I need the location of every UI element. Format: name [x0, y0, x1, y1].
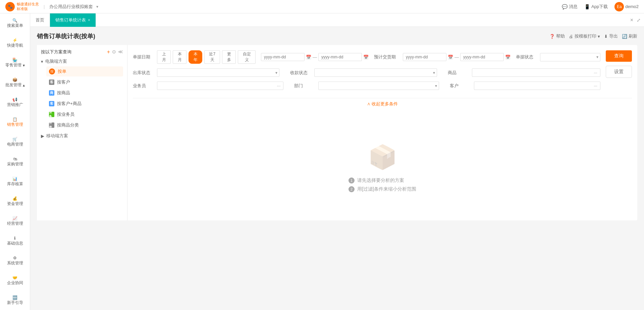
sidebar-item-operation[interactable]: 📈 经营管理: [0, 211, 30, 231]
sidebar-item-ecommerce[interactable]: 🛒 电商管理: [0, 132, 30, 152]
refresh-btn[interactable]: 🔄 刷新: [622, 33, 637, 39]
collapse-btn[interactable]: ∧ 收起更多条件: [367, 101, 398, 106]
goods-scheme-icon: 商: [49, 90, 54, 96]
sidebar-item-system[interactable]: ⚙ 系统管理: [0, 251, 30, 271]
left-panel-header: 按以下方案查询 + ⊙ ≪: [41, 49, 123, 55]
print-arrow-icon: ▾: [598, 34, 600, 39]
pay-status-select-wrapper: [314, 68, 437, 77]
date-end-input[interactable]: [318, 53, 362, 61]
phone-icon: 📱: [584, 4, 590, 9]
customer-scheme-icon: 客: [49, 80, 54, 85]
date-btn-this-year[interactable]: 本年: [189, 50, 202, 64]
left-panel: 按以下方案查询 + ⊙ ≪ ▾ 电脑端方案: [37, 45, 127, 220]
expected-calendar-start-icon[interactable]: 📅: [448, 55, 453, 60]
tab-home[interactable]: 首页: [30, 13, 50, 27]
calendar-start-icon[interactable]: 📅: [306, 55, 311, 60]
expected-date-sep: —: [454, 55, 459, 60]
customer-input-wrapper: ···: [474, 82, 600, 90]
scheme-item-by-salesperson[interactable]: 业务 按业务员: [46, 109, 123, 119]
date-btn-more[interactable]: 更多: [222, 50, 236, 64]
sidebar-item-wholesale[interactable]: 📦 批发管理 ▴: [0, 73, 30, 93]
date-btn-custom[interactable]: 自定义: [238, 50, 256, 64]
expected-date-start-input[interactable]: [403, 53, 446, 61]
tab-close-icon[interactable]: ×: [88, 18, 90, 22]
page-header: 销售订单统计表(按单) ❓ 帮助 🖨 按模板打印 ▾ ⬇ 导出: [37, 32, 637, 40]
doc-status-select[interactable]: [540, 53, 600, 61]
expected-date-end-input[interactable]: [460, 53, 504, 61]
collapse-section: ∧ 收起更多条件: [133, 98, 632, 110]
date-start-input[interactable]: [261, 53, 305, 61]
export-btn[interactable]: ⬇ 导出: [604, 33, 618, 39]
sidebar-item-quick-nav[interactable]: ⚡ 快捷导航: [0, 33, 30, 53]
scheme-category-mobile[interactable]: ▶ 移动端方案: [41, 133, 123, 139]
active-dot-icon: 按: [49, 68, 55, 74]
category-scheme-icon: 分类: [49, 122, 54, 128]
scheme-item-by-goods[interactable]: 商 按商品: [46, 88, 123, 98]
empty-state-icon: 📦: [368, 143, 397, 171]
sidebar-item-basic-info[interactable]: ℹ 基础信息: [0, 231, 30, 251]
help-btn[interactable]: ❓ 帮助: [549, 33, 565, 39]
window-maximize-btn[interactable]: ⤢: [637, 17, 641, 23]
top-bar: 🐾 畅捷通好生意 标准版 | 办公用品行业模拟账套 ▾ 💬 消息 📱 App下载…: [0, 0, 644, 13]
out-status-select-wrapper: [157, 68, 279, 77]
sidebar-item-inventory[interactable]: 📊 库存核算: [0, 172, 30, 192]
sidebar-item-sales[interactable]: 📋 销售管理: [0, 112, 30, 132]
setting-button[interactable]: 设置: [606, 66, 632, 78]
sidebar-item-guide[interactable]: 🆕 新手引导: [0, 291, 30, 310]
scheme-item-by-category[interactable]: 分类 按商品分类: [46, 120, 123, 130]
sidebar-item-purchase[interactable]: 🛍 采购管理: [0, 152, 30, 172]
sidebar-item-marketing[interactable]: 📢 营销推广: [0, 93, 30, 112]
sidebar-item-enterprise[interactable]: 🤝 企业协同: [0, 271, 30, 291]
date-btn-this-month[interactable]: 本月: [173, 50, 186, 64]
calendar-end-icon[interactable]: 📅: [363, 55, 369, 60]
edit-scheme-icon[interactable]: ⊙: [112, 49, 116, 55]
dept-select[interactable]: [318, 82, 439, 90]
expected-calendar-end-icon[interactable]: 📅: [505, 55, 511, 60]
scheme-category-pc[interactable]: ▾ 电脑端方案: [41, 58, 123, 64]
filter-row-1: 单据日期 上月 本月 本年 近7天 更多 自定义: [133, 50, 600, 64]
expected-date-input-group: 📅 — 📅: [403, 53, 511, 61]
category-pc-label: 电脑端方案: [45, 58, 67, 64]
help-icon: ❓: [549, 34, 555, 39]
page-actions: ❓ 帮助 🖨 按模板打印 ▾ ⬇ 导出 🔄 刷新: [549, 33, 637, 39]
goods-more-icon[interactable]: ···: [594, 70, 597, 75]
add-scheme-icon[interactable]: +: [107, 49, 110, 55]
logo-text: 畅捷通好生意 标准版: [17, 2, 39, 11]
doc-status-select-wrapper: [540, 53, 600, 61]
category-mobile-label: 移动端方案: [46, 133, 68, 139]
scheme-item-by-order[interactable]: 按 按单: [46, 66, 123, 76]
hint-num-1: 1: [348, 177, 355, 184]
message-btn[interactable]: 💬 消息: [562, 4, 578, 10]
top-bar-right: 💬 消息 📱 App下载 Ea demo2: [562, 2, 639, 11]
tab-current[interactable]: 销售订单统计表 ×: [50, 13, 96, 27]
refresh-icon: 🔄: [622, 34, 627, 39]
scheme-item-by-customer-goods[interactable]: 客 按客户+商品: [46, 99, 123, 109]
hint-num-2: 2: [348, 186, 355, 192]
sidebar-item-search[interactable]: 🔍 搜索菜单: [0, 13, 30, 33]
date-input-group: 📅 — 📅: [261, 53, 369, 61]
sidebar-item-retail[interactable]: 🏪 零售管理 ▾: [0, 53, 30, 73]
customer-goods-scheme-icon: 客: [49, 101, 54, 106]
app-download-btn[interactable]: 📱 App下载: [584, 4, 608, 10]
goods-input[interactable]: [475, 70, 594, 75]
date-btn-last-month[interactable]: 上月: [157, 50, 171, 64]
right-panel: 单据日期 上月 本月 本年 近7天 更多 自定义: [127, 45, 637, 220]
sidebar-item-finance[interactable]: 💰 资金管理: [0, 192, 30, 211]
pay-status-label: 收款状态: [290, 70, 309, 76]
collapse-scheme-icon[interactable]: ≪: [118, 49, 123, 55]
user-area[interactable]: Ea demo2: [614, 2, 639, 11]
top-title-arrow[interactable]: ▾: [96, 4, 98, 9]
customer-more-icon[interactable]: ···: [594, 83, 597, 88]
salesperson-more-icon[interactable]: ···: [277, 83, 280, 88]
window-close-btn[interactable]: ×: [630, 17, 633, 23]
scheme-item-by-customer[interactable]: 客 按客户: [46, 77, 123, 87]
date-btn-7days[interactable]: 近7天: [204, 50, 220, 64]
customer-label: 客户: [450, 83, 469, 89]
customer-input[interactable]: [477, 83, 594, 88]
salesperson-label: 业务员: [133, 83, 152, 89]
print-btn[interactable]: 🖨 按模板打印 ▾: [569, 33, 600, 39]
salesperson-input[interactable]: [160, 83, 277, 88]
out-status-select[interactable]: [157, 68, 279, 77]
query-button[interactable]: 查询: [606, 50, 632, 62]
pay-status-select[interactable]: [314, 68, 437, 77]
